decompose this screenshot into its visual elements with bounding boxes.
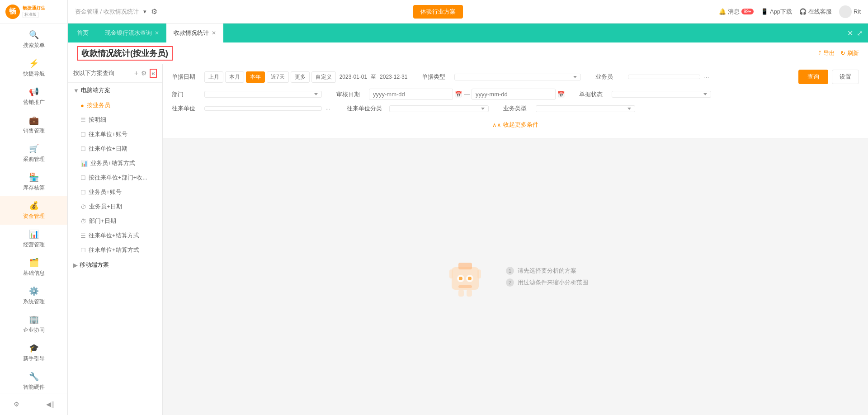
salesperson-dots[interactable]: ··· <box>704 74 709 80</box>
svg-rect-10 <box>467 290 472 297</box>
voucher-status-select[interactable] <box>612 91 711 98</box>
partner-input-area: ··· <box>204 105 332 112</box>
partner-dots[interactable]: ··· <box>326 105 330 112</box>
scheme-group-desktop-title[interactable]: ▼ 电脑端方案 <box>68 83 162 98</box>
scheme-item-unit-settlement2[interactable]: ☐ 往来单位+结算方式 <box>68 243 162 257</box>
sidebar-item-basicinfo[interactable]: 🗂️ 基础信息 <box>0 253 67 282</box>
review-date-start-input[interactable] <box>369 89 453 100</box>
scheme-item-salesperson-date[interactable]: ⏱ 业务员+日期 <box>68 199 162 214</box>
sidebar-item-guide[interactable]: 🎓 新手引导 <box>0 339 67 367</box>
svg-rect-7 <box>449 269 453 278</box>
online-service-item[interactable]: 🎧 在线客服 <box>799 8 832 16</box>
date-range-start: 2023-01-01 <box>340 74 367 80</box>
collapse-icon: ∧∧ <box>492 122 501 128</box>
dept-select[interactable] <box>204 91 322 98</box>
scheme-item-by-salesperson[interactable]: ● 按业务员 <box>68 98 162 113</box>
query-button[interactable]: 查询 <box>798 70 828 84</box>
sidebar-item-search[interactable]: 🔍 搜索菜单 <box>0 25 67 54</box>
date-range-sep: 至 <box>371 73 376 81</box>
business-type-chevron <box>627 108 631 110</box>
placeholder-step-2: 2 用过滤条件来缩小分析范围 <box>506 278 588 287</box>
sidebar-item-corp[interactable]: 🏢 企业协同 <box>0 310 67 339</box>
date-btn-this-year[interactable]: 本年 <box>246 71 265 83</box>
export-button[interactable]: ⤴ 导出 <box>818 49 835 57</box>
date-label: 单据日期 <box>172 73 197 81</box>
dept-date-icon: ⏱ <box>80 218 86 225</box>
salesperson-select[interactable] <box>628 75 700 79</box>
sidebar-item-operations[interactable]: 📊 经营管理 <box>0 225 67 253</box>
trial-button[interactable]: 体验行业方案 <box>413 5 463 19</box>
salesperson-icon: ● <box>80 102 84 109</box>
sidebar-item-quicknav[interactable]: ⚡ 快捷导航 <box>0 54 67 82</box>
sidebar-item-inventory[interactable]: 🏪 库存核算 <box>0 168 67 196</box>
refresh-button[interactable]: ↻ 刷新 <box>840 49 859 57</box>
sidebar-item-sales[interactable]: 💼 销售管理 <box>0 111 67 139</box>
tab-receipts-close[interactable]: ✕ <box>212 30 216 36</box>
scheme-item-unit-date[interactable]: ☐ 往来单位+日期 <box>68 141 162 156</box>
scheme-item-salesperson-settlement[interactable]: 📊 业务员+结算方式 <box>68 156 162 170</box>
content-area: 按以下方案查询 + ⚙ « ▼ 电脑端方案 ● 按业务员 <box>68 64 868 415</box>
sidebar-item-funds[interactable]: 💰 资金管理 <box>0 196 67 225</box>
tab-maximize-icon[interactable]: ⤢ <box>857 29 863 38</box>
tab-close-all-icon[interactable]: ✕ <box>847 29 853 38</box>
scheme-group-mobile-title[interactable]: ▶ 移动端方案 <box>68 257 162 273</box>
scheme-item-salesperson-account[interactable]: ☐ 业务员+账号 <box>68 185 162 199</box>
settings-button[interactable]: 设置 <box>832 70 859 84</box>
sidebar-footer-collapse[interactable]: ◀‖ <box>43 398 57 410</box>
sidebar-item-hardware[interactable]: 🔧 智能硬件 <box>0 367 67 393</box>
partner-select[interactable] <box>204 106 322 111</box>
app-download-item[interactable]: 📱 App下载 <box>761 8 792 16</box>
review-date-end-input[interactable] <box>472 89 556 100</box>
sidebar-item-marketing[interactable]: 📢 营销推广 <box>0 82 67 111</box>
user-item[interactable]: Rit <box>839 5 861 18</box>
notification-badge: 99+ <box>741 9 754 14</box>
collapse-button[interactable]: ∧∧ 收起更多条件 <box>172 117 859 132</box>
notification-item[interactable]: 🔔 消息 99+ <box>719 8 754 16</box>
header-dropdown-icon[interactable]: ▾ <box>143 8 146 15</box>
logo-text: 畅捷通好生 标准版 <box>23 5 45 18</box>
date-btn-more[interactable]: 更多 <box>291 71 310 83</box>
voucher-type-select[interactable] <box>454 74 581 80</box>
search-icon: 🔍 <box>29 30 39 40</box>
tab-bank-close[interactable]: ✕ <box>155 30 159 36</box>
unit-date-icon: ☐ <box>80 146 86 152</box>
scheme-item-dept-date[interactable]: ⏱ 部门+日期 <box>68 214 162 228</box>
sidebar-footer-settings[interactable]: ⚙ <box>11 398 22 410</box>
tab-receipts[interactable]: 收款情况统计 ✕ <box>166 24 223 42</box>
sidebar-item-system[interactable]: ⚙️ 系统管理 <box>0 282 67 310</box>
filter-row-2: 部门 审核日期 📅 — 📅 单据状态 <box>172 89 859 100</box>
voucher-type-label: 单据类型 <box>422 73 447 81</box>
refresh-icon: ↻ <box>840 50 845 57</box>
sidebar-logo: 畅 畅捷通好生 标准版 <box>0 0 67 24</box>
header-settings-icon[interactable]: ⚙ <box>151 7 157 16</box>
top-header: 资金管理 / 收款情况统计 ▾ ⚙ 体验行业方案 🔔 消息 99+ 📱 App下… <box>68 0 868 24</box>
partner-category-select[interactable] <box>389 105 489 112</box>
date-btn-this-month[interactable]: 本月 <box>225 71 244 83</box>
scheme-item-unit-settlement1[interactable]: ☰ 往来单位+结算方式 <box>68 228 162 243</box>
scheme-item-by-detail[interactable]: ☰ 按明细 <box>68 113 162 127</box>
sidebar-item-purchase[interactable]: 🛒 采购管理 <box>0 139 67 168</box>
left-panel-settings-icon[interactable]: ⚙ <box>141 70 147 77</box>
salesperson-settlement-icon: 📊 <box>80 160 88 167</box>
business-type-select[interactable] <box>536 105 635 112</box>
calendar-icon-1[interactable]: 📅 <box>455 91 462 98</box>
tab-home[interactable]: 首页 <box>68 24 98 42</box>
tab-bank[interactable]: 现金银行流水查询 ✕ <box>98 24 166 42</box>
results-area: 1 请先选择要分析的方案 2 用过滤条件来缩小分析范围 <box>163 138 868 415</box>
logo-icon: 畅 <box>5 5 20 19</box>
step-num-1: 1 <box>506 267 514 275</box>
robot-svg <box>443 254 488 299</box>
funds-icon: 💰 <box>29 201 39 211</box>
calendar-icon-2[interactable]: 📅 <box>557 91 565 98</box>
date-btn-last-month[interactable]: 上月 <box>204 71 223 83</box>
scheme-group-desktop: ▼ 电脑端方案 ● 按业务员 ☰ 按明细 ☐ 往来单位+账号 <box>68 83 162 257</box>
main-content: 资金管理 / 收款情况统计 ▾ ⚙ 体验行业方案 🔔 消息 99+ 📱 App下… <box>68 0 868 415</box>
tab-bar: 首页 现金银行流水查询 ✕ 收款情况统计 ✕ ✕ ⤢ <box>68 24 868 42</box>
left-panel-collapse-icon[interactable]: « <box>150 69 157 78</box>
date-btn-last7days[interactable]: 近7天 <box>267 71 289 83</box>
left-panel-add-icon[interactable]: + <box>134 69 138 77</box>
voucher-type-chevron <box>573 76 577 78</box>
date-btn-custom[interactable]: 自定义 <box>311 71 336 83</box>
scheme-item-unit-dept-receipt[interactable]: ☐ 按往来单位+部门+收... <box>68 170 162 185</box>
scheme-item-unit-account[interactable]: ☐ 往来单位+账号 <box>68 127 162 141</box>
